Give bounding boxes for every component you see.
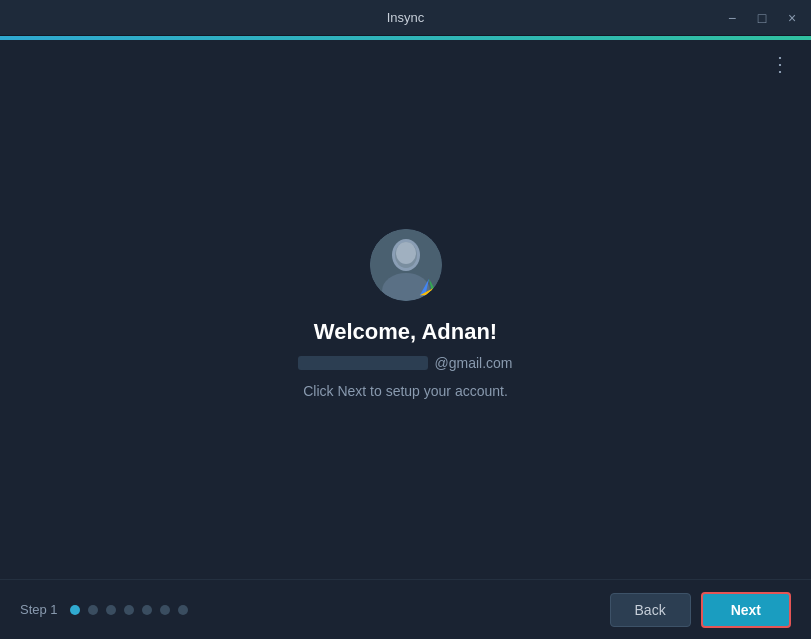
step-dot-1 bbox=[70, 605, 80, 615]
svg-point-4 bbox=[396, 242, 416, 264]
welcome-title: Welcome, Adnan! bbox=[314, 319, 497, 345]
avatar-image bbox=[370, 229, 442, 301]
title-bar: Insync − □ × bbox=[0, 0, 811, 36]
email-redacted bbox=[298, 356, 428, 370]
step-dot-2 bbox=[88, 605, 98, 615]
bottom-bar: Step 1 Back Next bbox=[0, 579, 811, 639]
minimize-button[interactable]: − bbox=[721, 7, 743, 29]
next-button[interactable]: Next bbox=[701, 592, 791, 628]
step-dot-7 bbox=[178, 605, 188, 615]
app-title: Insync bbox=[273, 10, 538, 25]
email-suffix: @gmail.com bbox=[434, 355, 512, 371]
step-dot-6 bbox=[160, 605, 170, 615]
close-button[interactable]: × bbox=[781, 7, 803, 29]
avatar bbox=[370, 229, 442, 301]
step-label: Step 1 bbox=[20, 602, 58, 617]
step-dot-3 bbox=[106, 605, 116, 615]
more-options-button[interactable]: ⋮ bbox=[764, 50, 797, 78]
step-area: Step 1 bbox=[20, 602, 188, 617]
email-row: @gmail.com bbox=[298, 355, 512, 371]
back-button[interactable]: Back bbox=[610, 593, 691, 627]
menu-dots-area: ⋮ bbox=[0, 40, 811, 78]
button-area: Back Next bbox=[610, 592, 791, 628]
google-drive-badge bbox=[418, 277, 440, 299]
instruction-text: Click Next to setup your account. bbox=[303, 383, 508, 399]
step-dot-4 bbox=[124, 605, 134, 615]
title-bar-controls: − □ × bbox=[538, 7, 803, 29]
maximize-button[interactable]: □ bbox=[751, 7, 773, 29]
step-dot-5 bbox=[142, 605, 152, 615]
main-content: Welcome, Adnan! @gmail.com Click Next to… bbox=[0, 78, 811, 579]
